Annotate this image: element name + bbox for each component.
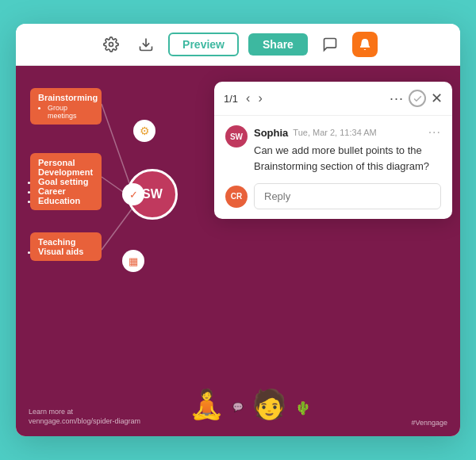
- comment-text: Can we add more bullet points to the Bra…: [254, 143, 441, 174]
- reply-input[interactable]: [254, 183, 441, 209]
- grid-small-icon: ▦: [122, 250, 144, 272]
- author-avatar: SW: [225, 125, 248, 148]
- comment-meta: Sophia Tue, Mar 2, 11:34 AM ···: [254, 125, 441, 140]
- toolbar: Preview Share: [16, 24, 460, 66]
- resolve-button[interactable]: [409, 90, 426, 107]
- popup-more-icon[interactable]: ···: [390, 91, 404, 105]
- comment-author: Sophia: [254, 127, 288, 139]
- comment-popup: 1/1 ‹ › ··· ✕ SW Sophia: [214, 82, 452, 219]
- check-small-icon: ✓: [122, 183, 144, 205]
- popup-body: SW Sophia Tue, Mar 2, 11:34 AM ··· Can w…: [214, 116, 452, 219]
- download-icon[interactable]: [133, 32, 159, 57]
- comment-options-icon[interactable]: ···: [428, 125, 441, 140]
- comment-icon[interactable]: [317, 32, 343, 57]
- notification-bell-icon[interactable]: [352, 32, 378, 57]
- comment-row: SW Sophia Tue, Mar 2, 11:34 AM ··· Can w…: [225, 125, 441, 174]
- reply-avatar: CR: [225, 186, 248, 208]
- svg-line-4: [102, 207, 133, 250]
- illustration: 🧘 💬 🧑 🌵: [189, 390, 311, 419]
- reply-row: CR: [225, 183, 441, 209]
- bottom-url: Learn more at venngage.com/blog/spider-d…: [29, 407, 140, 427]
- comment-content: Sophia Tue, Mar 2, 11:34 AM ··· Can we a…: [254, 125, 441, 174]
- close-popup-button[interactable]: ✕: [431, 91, 443, 105]
- next-comment-button[interactable]: ›: [256, 92, 263, 105]
- canvas-area: Brainstorming Group meetings Personal De…: [16, 66, 460, 436]
- bottom-tag: #Venngage: [411, 419, 447, 427]
- popup-header: 1/1 ‹ › ··· ✕: [214, 82, 452, 116]
- teaching-node: Teaching Visual aids: [30, 232, 102, 261]
- personal-development-node: Personal Development Goal setting Career…: [30, 153, 102, 210]
- svg-line-2: [102, 104, 133, 194]
- comment-counter: 1/1: [224, 93, 238, 105]
- settings-icon[interactable]: [98, 32, 124, 57]
- preview-button[interactable]: Preview: [168, 33, 239, 56]
- svg-point-0: [109, 43, 113, 47]
- share-button[interactable]: Share: [248, 33, 308, 56]
- brainstorm-node: Brainstorming Group meetings: [30, 88, 102, 125]
- gear-small-icon: ⚙: [133, 120, 155, 142]
- comment-timestamp: Tue, Mar 2, 11:34 AM: [293, 128, 376, 137]
- prev-comment-button[interactable]: ‹: [244, 92, 251, 105]
- app-window: Preview Share Brainstorming: [16, 24, 460, 436]
